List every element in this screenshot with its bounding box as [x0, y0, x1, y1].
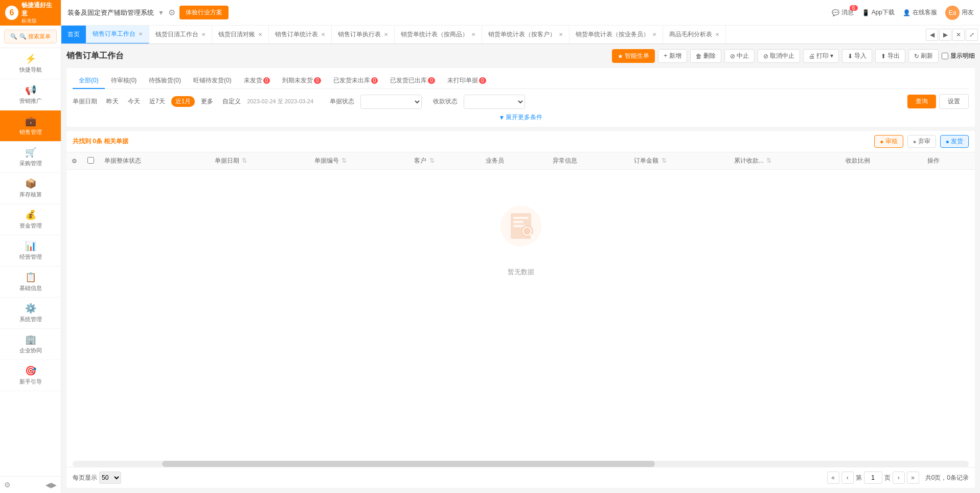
date-btn-more[interactable]: 更多: [198, 96, 216, 107]
tab-sales-workbench[interactable]: 销售订单工作台 ✕: [86, 26, 149, 44]
show-detail-label[interactable]: 显示明细: [942, 52, 975, 60]
show-detail-checkbox[interactable]: [942, 53, 948, 59]
tab-sales-by-staff[interactable]: 销货单统计表（按业务员） ✕: [569, 26, 663, 44]
tab-close-sales-stats[interactable]: ✕: [321, 32, 325, 37]
ship-button[interactable]: ● 发货: [940, 135, 969, 148]
tab-cash-reconcile[interactable]: 钱货日清对账 ✕: [212, 26, 269, 44]
col-ratio[interactable]: 收款比例: [840, 152, 922, 170]
status-filter-label: 单据状态: [330, 97, 354, 106]
col-collected[interactable]: 累计收款... ⇅: [729, 152, 841, 170]
tab-scroll-left[interactable]: ◀: [926, 29, 938, 41]
sidebar-item-finance[interactable]: 💰 资金管理: [0, 204, 61, 235]
tab-close-sales-exec[interactable]: ✕: [384, 32, 388, 37]
smart-create-button[interactable]: ★ 智能生单: [612, 49, 655, 63]
cancel-stop-button[interactable]: ⊘ 取消中止: [758, 49, 800, 63]
tab-maximize[interactable]: ⤢: [966, 29, 978, 41]
sidebar-item-purchase[interactable]: 🛒 采购管理: [0, 142, 61, 173]
col-amount[interactable]: 订单金额 ⇅: [629, 152, 728, 170]
tab-close-all[interactable]: ✕: [952, 29, 965, 41]
filter-tab-expired[interactable]: 到期未发货0: [276, 73, 327, 89]
delete-button[interactable]: 🗑 删除: [690, 49, 721, 63]
stop-button[interactable]: ⊘ 中止: [724, 49, 755, 63]
sidebar-item-operations[interactable]: 📊 经营管理: [0, 235, 61, 266]
revoke-button[interactable]: ● 弃审: [907, 135, 936, 148]
tab-gross-profit[interactable]: 商品毛利分析表 ✕: [663, 26, 726, 44]
sidebar-item-marketing[interactable]: 📢 营销推广: [0, 79, 61, 110]
tab-close-cash-reconcile[interactable]: ✕: [258, 32, 262, 37]
tab-sales-stats[interactable]: 销售订单统计表 ✕: [269, 26, 332, 44]
add-button[interactable]: + 新增: [658, 49, 687, 63]
settings-footer-btn[interactable]: ⚙: [4, 481, 11, 489]
filter-tab-shipped-not-out[interactable]: 已发货未出库0: [327, 73, 384, 89]
page-first-btn[interactable]: «: [827, 472, 839, 484]
header-dropdown-icon[interactable]: ▼: [158, 9, 164, 16]
page-size-select[interactable]: 50 100 200: [99, 472, 121, 484]
horizontal-scrollbar[interactable]: [73, 461, 969, 467]
tab-close-by-product[interactable]: ✕: [471, 32, 475, 37]
audit-button[interactable]: ● 审核: [874, 135, 903, 148]
online-service-item[interactable]: 👤 在线客服: [903, 8, 937, 17]
date-btn-7days[interactable]: 近7天: [146, 96, 168, 107]
sidebar-item-guide[interactable]: 🎯 新手引导: [0, 360, 61, 391]
filter-tab-pending-inspect[interactable]: 待拣验货(0): [143, 73, 187, 89]
page-last-btn[interactable]: »: [907, 472, 919, 484]
refresh-button[interactable]: ↻ 刷新: [908, 49, 939, 63]
tab-sales-by-product[interactable]: 销货单统计表（按商品） ✕: [395, 26, 482, 44]
select-all-checkbox[interactable]: [87, 157, 94, 164]
col-customer[interactable]: 客户 ⇅: [409, 152, 480, 170]
filter-tab-shipped-out[interactable]: 已发货已出库0: [384, 73, 441, 89]
query-button[interactable]: 查询: [907, 95, 936, 108]
experience-button[interactable]: 体验行业方案: [179, 6, 229, 19]
tab-close-by-customer[interactable]: ✕: [559, 32, 563, 37]
print-button[interactable]: 🖨 打印 ▾: [803, 49, 839, 63]
export-button[interactable]: ⬆ 导出: [875, 49, 905, 63]
tab-home[interactable]: 首页: [61, 26, 86, 44]
date-btn-yesterday[interactable]: 昨天: [103, 96, 122, 107]
page-input[interactable]: [864, 472, 882, 484]
sidebar-item-enterprise[interactable]: 🏢 企业协同: [0, 329, 61, 360]
tab-cash-daily[interactable]: 钱货日清工作台 ✕: [149, 26, 212, 44]
expand-conditions-button[interactable]: ▼ 展开更多条件: [499, 113, 543, 122]
filter-tab-not-printed[interactable]: 未打印单据0: [441, 73, 492, 89]
date-btn-today[interactable]: 今天: [125, 96, 143, 107]
col-settings[interactable]: ⚙: [66, 152, 82, 170]
sidebar-item-inventory[interactable]: 📦 库存核算: [0, 173, 61, 204]
horizontal-scroll-thumb[interactable]: [162, 461, 655, 467]
tab-close-gross-profit[interactable]: ✕: [715, 32, 719, 37]
sidebar-item-quick-nav[interactable]: ⚡ 快捷导航: [0, 48, 61, 79]
status-select[interactable]: [360, 95, 422, 109]
app-download-item[interactable]: 📱 App下载: [862, 8, 895, 17]
page-prev-btn[interactable]: ‹: [841, 472, 854, 484]
date-btn-custom[interactable]: 自定义: [219, 96, 244, 107]
filter-tab-not-shipped[interactable]: 未发货0: [238, 73, 277, 89]
messages-item[interactable]: 💬 消息 6: [832, 8, 854, 17]
col-date[interactable]: 单据日期 ⇅: [210, 152, 309, 170]
sidebar-item-basic-info[interactable]: 📋 基础信息: [0, 266, 61, 298]
date-filter-label: 单据日期: [73, 97, 97, 106]
col-number[interactable]: 单据编号 ⇅: [309, 152, 409, 170]
page-next-btn[interactable]: ›: [893, 472, 905, 484]
search-menu-button[interactable]: 🔍 🔍 搜索菜单: [4, 30, 57, 43]
collapse-btn[interactable]: ◀▶: [45, 481, 57, 489]
user-item[interactable]: Ea 用友: [945, 6, 974, 20]
filter-tab-all[interactable]: 全部(0): [73, 73, 105, 89]
payment-select[interactable]: [464, 95, 525, 109]
table-scroll[interactable]: ⚙ 单据整体状态 单据日期 ⇅: [66, 152, 975, 461]
tab-close-cash-daily[interactable]: ✕: [201, 32, 206, 37]
tab-sales-exec[interactable]: 销售订单执行表 ✕: [332, 26, 395, 44]
sidebar-item-system[interactable]: ⚙️ 系统管理: [0, 298, 61, 329]
col-staff[interactable]: 业务员: [481, 152, 548, 170]
col-status[interactable]: 单据整体状态: [99, 152, 210, 170]
filter-tab-shop-pending[interactable]: 旺铺待发货(0): [187, 73, 238, 89]
filter-tab-pending-audit[interactable]: 待审核(0): [105, 73, 143, 89]
tab-sales-by-customer[interactable]: 销货单统计表（按客户） ✕: [482, 26, 569, 44]
tab-close-by-staff[interactable]: ✕: [652, 32, 656, 37]
tab-scroll-right[interactable]: ▶: [939, 29, 951, 41]
import-button[interactable]: ⬇ 导入: [842, 49, 872, 63]
header-settings-icon[interactable]: ⚙: [168, 8, 175, 17]
tab-close-sales-workbench[interactable]: ✕: [139, 31, 143, 37]
date-btn-1month[interactable]: 近1月: [171, 96, 195, 107]
sidebar-item-sales[interactable]: 💼 销售管理: [0, 110, 61, 142]
set-button[interactable]: 设置: [939, 94, 969, 109]
col-abnormal[interactable]: 异常信息: [548, 152, 629, 170]
